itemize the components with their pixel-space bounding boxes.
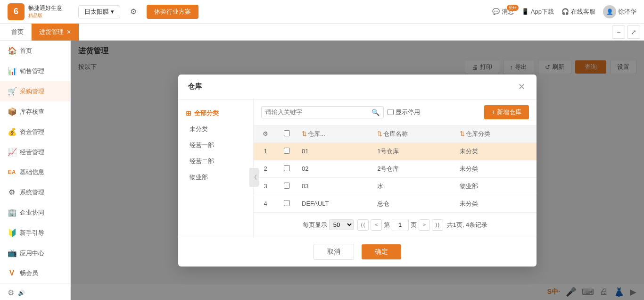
tab-home-label: 首页 [11,28,24,36]
confirm-button[interactable]: 确定 [362,244,401,259]
user-info[interactable]: 👤 徐泽华 [603,5,636,18]
col-code: ⇅仓库... [296,125,372,143]
row-checkbox[interactable] [277,142,296,160]
sort-icon-cat: ⇅ [460,130,465,137]
sidebar-item-sales-label: 销售管理 [20,67,44,75]
page-label: 第 [384,221,390,229]
message-item[interactable]: 💬 消息 99+ [492,8,514,16]
sidebar-item-operation-label: 经营管理 [20,148,44,157]
message-icon: 💬 [492,8,500,15]
sidebar-item-basic[interactable]: EA 基础信息 [0,162,70,182]
row-select-checkbox[interactable] [284,148,290,154]
table-row: 2 02 2号仓库 未分类 [254,160,537,177]
row-category: 未分类 [454,142,537,160]
sidebar-item-member[interactable]: V 畅会员 [0,263,70,283]
search-input[interactable] [265,108,370,116]
modal-close-button[interactable]: ✕ [516,81,527,92]
row-category: 物业部 [454,177,537,195]
tab-purchase-label: 进货管理 [39,28,64,36]
row-select-checkbox[interactable] [284,200,290,206]
home-icon: 🏠 [8,46,16,55]
sidebar-item-purchase-label: 采购管理 [20,87,44,96]
row-category: 未分类 [454,195,537,212]
row-select-checkbox[interactable] [284,183,290,189]
finance-icon: 💰 [8,127,16,136]
row-checkbox[interactable] [277,177,296,195]
row-code: 03 [296,177,372,195]
sidebar-item-sales[interactable]: 📊 销售管理 [0,61,70,81]
header: 6 畅捷通好生意 精品版 日太阳膜 ▾ ⚙ 体验行业方案 💬 消息 99+ 📱 … [0,0,644,24]
sidebar-item-system-label: 系统管理 [20,188,44,197]
first-page-button[interactable]: ⟨⟨ [357,219,369,231]
trial-button[interactable]: 体验行业方案 [147,5,198,19]
sidebar-item-operation[interactable]: 📈 经营管理 [0,142,70,162]
app-download-item[interactable]: 📱 App下载 [521,8,554,16]
tab-home[interactable]: 首页 [4,24,32,41]
page-suffix: 页 [411,221,417,229]
sidebar-item-inventory[interactable]: 📦 库存核查 [0,101,70,122]
modal-header: 仓库 ✕ [178,75,537,100]
tab-purchase[interactable]: 进货管理 ✕ [32,24,79,41]
row-code: 02 [296,160,372,177]
category-item-3[interactable]: 物业部 [178,169,253,185]
basic-icon: EA [8,169,16,175]
sidebar-item-home[interactable]: 🏠 首页 [0,41,70,61]
add-warehouse-button[interactable]: + 新增仓库 [484,105,529,119]
show-disabled-checkbox[interactable] [388,109,394,115]
category-item-1[interactable]: 经营一部 [178,137,253,153]
show-disabled-wrap: 显示停用 [388,108,420,117]
sidebar-item-guide[interactable]: 🔰 新手引导 [0,223,70,243]
gear-icon: ⚙ [263,130,268,137]
sort-icon: ⇅ [302,130,307,137]
maximize-button[interactable]: ⤢ [627,25,640,39]
sidebar-collapse-button[interactable]: 《 [249,168,259,187]
category-item-2[interactable]: 经营二部 [178,153,253,169]
purchase-icon: 🛒 [8,87,16,96]
online-service-item[interactable]: 🎧 在线客服 [561,8,595,16]
show-disabled-label: 显示停用 [396,108,420,117]
username: 徐泽华 [618,8,636,16]
col-category: ⇅仓库分类 [454,125,537,143]
sidebar-item-system[interactable]: ⚙ 系统管理 [0,182,70,202]
page-number-input[interactable] [392,219,409,231]
last-page-button[interactable]: ⟩⟩ [432,219,443,231]
volume-icon: 🔊 [18,290,25,296]
settings-button[interactable]: ⚙ [126,4,141,19]
next-page-button[interactable]: ＞ [419,219,430,231]
operation-icon: 📈 [8,148,16,157]
col-settings: ⚙ [254,125,277,143]
category-item-0[interactable]: 未分类 [178,121,253,137]
select-all-checkbox[interactable] [284,130,290,136]
row-checkbox[interactable] [277,160,296,177]
row-category: 未分类 [454,160,537,177]
store-selector[interactable]: 日太阳膜 ▾ [78,5,120,18]
all-categories-item[interactable]: ⊞ 全部分类 [178,105,253,121]
appstore-icon: 📺 [8,249,16,258]
row-select-checkbox[interactable] [284,165,290,171]
modal-overlay: 仓库 ✕ ⊞ 全部分类 未分类 经营一部 经营二部 物业部 [71,41,644,300]
tab-controls: − ⤢ [612,25,640,39]
row-index: 1 [254,142,277,160]
sales-icon: 📊 [8,67,16,75]
collapse-icon: ⚙ [8,288,14,297]
sidebar-item-finance[interactable]: 💰 资金管理 [0,122,70,142]
sidebar-bottom[interactable]: ⚙ 🔊 [0,283,70,300]
close-icon[interactable]: ✕ [66,29,71,35]
modal-body: ⊞ 全部分类 未分类 经营一部 经营二部 物业部 《 [178,100,537,237]
sidebar-item-appstore[interactable]: 📺 应用中心 [0,243,70,263]
prev-page-button[interactable]: ＜ [371,219,382,231]
row-name: 1号仓库 [372,142,454,160]
per-page-dropdown[interactable]: 50 20 100 [329,219,354,230]
row-index: 4 [254,195,277,212]
cancel-button[interactable]: 取消 [314,244,354,260]
sidebar-item-purchase[interactable]: 🛒 采购管理 [0,81,70,101]
sidebar-item-enterprise[interactable]: 🏢 企业协同 [0,202,70,223]
enterprise-icon: 🏢 [8,208,16,217]
table-row: 4 DEFAULT 总仓 未分类 [254,195,537,212]
brand-sub: 精品版 [28,12,62,19]
search-icon: 🔍 [372,108,380,116]
minimize-button[interactable]: − [612,25,625,39]
pager-buttons: ⟨⟨ ＜ 第 页 ＞ ⟩⟩ [357,219,443,231]
row-checkbox[interactable] [277,195,296,212]
message-badge: 99+ [507,5,519,11]
